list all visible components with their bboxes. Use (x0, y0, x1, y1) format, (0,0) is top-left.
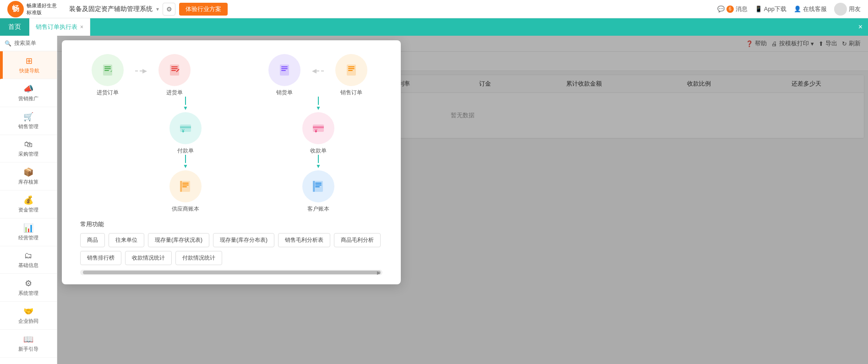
logo-icon: 畅 (7, 1, 24, 17)
scrollbar-thumb (83, 271, 381, 274)
svg-rect-31 (313, 181, 315, 192)
receipt-label: 收款单 (310, 147, 327, 155)
receipt-icon: ¥ (302, 112, 334, 144)
newbie-label: 新手引导 (18, 346, 38, 353)
window-close-button[interactable]: × (858, 23, 868, 31)
svg-rect-1 (104, 66, 111, 67)
system-name: 装备及固定资产辅助管理系统 (69, 5, 153, 13)
top-bar-right: 💬 6 消息 📱 App下载 👤 在线客服 用友 (717, 3, 861, 16)
func-btn-sales-profit[interactable]: 销售毛利分析表 (278, 233, 330, 247)
svg-rect-24 (182, 185, 189, 185)
logo: 畅 畅康通好生意 标准版 (7, 1, 65, 17)
operation-label: 经营管理 (18, 234, 38, 241)
svg-rect-13 (348, 66, 355, 67)
node-payment[interactable]: ¥ 付款单 (158, 112, 213, 155)
sidebar-item-finance[interactable]: 💰 资金管理 (0, 190, 57, 218)
node-sales-order[interactable]: 销售订单 (324, 54, 379, 97)
flow-arrows-row: ▼ ▼ (80, 97, 382, 111)
svg-rect-2 (104, 68, 111, 69)
node-purchase-order[interactable]: 进货订单 (80, 54, 135, 97)
purchase-icon: 🛍 (24, 140, 33, 149)
finance-label: 资金管理 (18, 206, 38, 213)
online-service-button[interactable]: 👤 在线客服 (794, 5, 827, 13)
svg-text:¥: ¥ (314, 129, 317, 134)
quick-nav-label: 快捷导航 (19, 67, 39, 74)
func-btn-row-2: 销售排行榜 收款情况统计 付款情况统计 (80, 251, 382, 265)
system-dropdown-arrow[interactable]: ▾ (156, 6, 159, 12)
svg-rect-5 (171, 66, 178, 67)
purchase-bill-icon (158, 54, 191, 86)
func-btn-sales-rank[interactable]: 销售排行榜 (80, 251, 121, 265)
svg-rect-23 (182, 183, 189, 184)
tab-active[interactable]: 销售订单执行表 × (29, 18, 90, 36)
svg-rect-26 (180, 181, 182, 192)
node-customer-ledger[interactable]: 客户账本 (291, 170, 346, 213)
trial-button[interactable]: 体验行业方案 (179, 3, 228, 16)
sidebar-item-basicinfo[interactable]: 🗂 基础信息 (0, 246, 57, 274)
node-purchase-bill[interactable]: 进货单 (147, 54, 202, 97)
func-btn-payment-stats[interactable]: 付款情况统计 (175, 251, 222, 265)
sales-bill-icon (268, 54, 300, 86)
common-funcs-title: 常用功能 (80, 220, 382, 228)
flow-arrows-row2: ▼ ▼ (80, 155, 382, 169)
node-receipt[interactable]: ¥ 收款单 (291, 112, 346, 155)
flow-row-2: ¥ 付款单 (80, 112, 382, 155)
svg-rect-17 (180, 126, 191, 128)
sidebar-item-newbie[interactable]: 📖 新手引导 (0, 330, 57, 358)
func-btn-inventory-dist[interactable]: 现存量(库存分布表) (213, 233, 274, 247)
func-btn-inventory-status[interactable]: 现存量(库存状况表) (148, 233, 209, 247)
sidebar-item-operation[interactable]: 📊 经营管理 (0, 218, 57, 246)
common-funcs: 常用功能 商品 往来单位 现存量(库存状况表) 现存量(库存分布表) 销售毛利分… (80, 220, 382, 265)
func-btn-product-profit[interactable]: 商品毛利分析 (334, 233, 381, 247)
marketing-icon: 📣 (23, 84, 33, 94)
tab-home[interactable]: 首页 (0, 18, 29, 36)
flow-diagram: 进货订单 ▶ (80, 54, 382, 213)
system-label: 系统管理 (18, 290, 38, 297)
tab-close-button[interactable]: × (80, 24, 83, 30)
svg-text:¥: ¥ (181, 129, 185, 134)
tab-bar: 首页 销售订单执行表 × × (0, 18, 868, 36)
app-download-button[interactable]: 📱 App下载 (755, 5, 786, 13)
supplier-ledger-icon (169, 170, 202, 202)
sidebar-item-purchase[interactable]: 🛍 采购管理 (0, 135, 57, 163)
newbie-icon: 📖 (23, 334, 33, 344)
func-btn-receipt-stats[interactable]: 收款情况统计 (125, 251, 172, 265)
svg-rect-14 (348, 68, 355, 69)
sidebar-item-quick-nav[interactable]: ⊞ 快捷导航 (0, 51, 57, 79)
flow-modal: 进货订单 ▶ (62, 40, 401, 284)
node-supplier-ledger[interactable]: 供应商账本 (158, 170, 213, 213)
modal-overlay[interactable]: 进货订单 ▶ (57, 36, 868, 364)
supplier-ledger-label: 供应商账本 (172, 205, 199, 213)
svg-rect-30 (315, 186, 320, 187)
inventory-label: 库存核算 (18, 179, 38, 185)
node-sales-bill[interactable]: 销货单 (257, 54, 312, 97)
sales-bill-label: 销货单 (276, 89, 293, 97)
modal-scrollbar[interactable]: ▶ (80, 270, 382, 275)
sidebar-item-sales[interactable]: 🛒 销售管理 (0, 107, 57, 135)
tab-active-label: 销售订单执行表 (36, 23, 77, 31)
svg-rect-25 (182, 186, 187, 187)
svg-rect-7 (171, 70, 176, 71)
operation-icon: 📊 (23, 223, 33, 233)
service-icon: 👤 (794, 5, 801, 12)
cooperation-icon: 🤝 (23, 306, 33, 316)
sidebar-item-marketing[interactable]: 📣 营销推广 (0, 79, 57, 107)
func-btn-product[interactable]: 商品 (80, 233, 105, 247)
quick-nav-icon: ⊞ (26, 56, 33, 66)
func-btn-counterparty[interactable]: 往来单位 (109, 233, 144, 247)
sidebar-item-inventory[interactable]: 📦 库存核算 (0, 163, 57, 190)
user-avatar[interactable]: 用友 (834, 3, 861, 16)
customer-ledger-label: 客户账本 (307, 205, 329, 213)
settings-button[interactable]: ⚙ (163, 3, 175, 16)
payment-icon: ¥ (169, 112, 202, 144)
scroll-right-arrow[interactable]: ▶ (375, 270, 382, 275)
message-icon: 💬 (717, 5, 725, 12)
marketing-label: 营销推广 (18, 95, 38, 102)
purchase-bill-label: 进货单 (166, 89, 183, 97)
sidebar-item-cooperation[interactable]: 🤝 企业协同 (0, 302, 57, 330)
sidebar-item-system[interactable]: ⚙ 系统管理 (0, 274, 57, 302)
sidebar: 🔍 搜索菜单 ⊞ 快捷导航 📣 营销推广 🛒 销售管理 🛍 采购管理 📦 库存核… (0, 36, 57, 364)
func-btn-row-1: 商品 往来单位 现存量(库存状况表) 现存量(库存分布表) 销售毛利分析表 商品… (80, 233, 382, 247)
sidebar-search[interactable]: 🔍 搜索菜单 (0, 36, 57, 51)
message-button[interactable]: 💬 6 消息 (717, 5, 748, 13)
